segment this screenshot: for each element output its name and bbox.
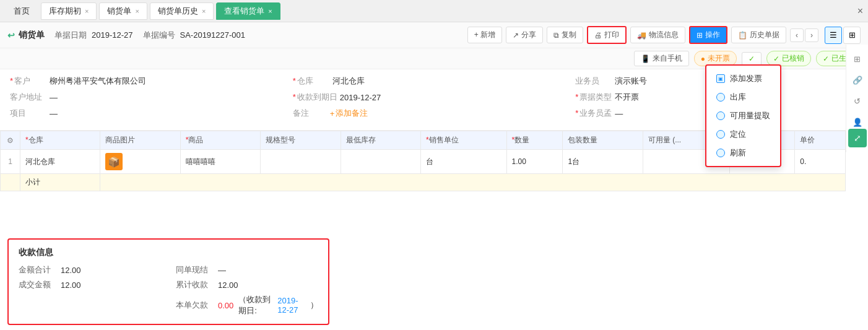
due-note: （收款到期日: (238, 294, 272, 316)
th-warehouse: *仓库 (20, 131, 100, 150)
tab-sales-close[interactable]: × (135, 7, 139, 15)
due-date-field: 收款到期日 2019-12-27 (293, 92, 576, 103)
expand-icon: ⤢ (854, 133, 861, 143)
remark-add-button[interactable]: + 添加备注 (330, 108, 368, 119)
due-date-label: 收款到期日 (293, 92, 337, 103)
customer-field: 客户 柳州粤港平安气体有限公司 (10, 76, 293, 87)
row-warehouse: 河北仓库 (20, 150, 100, 174)
remark-field: 备注 + 添加备注 (293, 108, 576, 119)
tab-inventory[interactable]: 库存期初 × (41, 2, 97, 20)
locate-icon (716, 130, 725, 139)
tab-inventory-close[interactable]: × (85, 7, 89, 15)
view-buttons: ☰ ⊞ (825, 27, 861, 44)
due-end: ） (310, 300, 318, 311)
check-icon: ✓ (749, 54, 755, 63)
th-settings[interactable]: ⚙ (1, 131, 20, 150)
sidebar-icon-expand[interactable]: ⤢ (848, 129, 867, 147)
dropdown-item-refresh[interactable]: 刷新 (706, 144, 780, 162)
tab-home[interactable]: 首页 (5, 2, 38, 20)
outbound-label: 出库 (730, 92, 746, 103)
th-image: 商品图片 (100, 131, 180, 150)
tab-bar-close-icon[interactable]: × (857, 6, 863, 17)
tab-view-sales-close[interactable]: × (268, 7, 272, 15)
confirmed-check-icon: ✓ (773, 54, 779, 63)
row-product: 嘻嘻嘻嘻 (180, 150, 260, 174)
row-min-stock (341, 150, 420, 174)
warehouse-field: 仓库 河北仓库 (293, 76, 576, 87)
new-button[interactable]: + 新增 (467, 27, 502, 43)
total-value: 12.00 (61, 266, 81, 275)
check-button[interactable]: ✓ (742, 52, 762, 66)
sidebar-icon-3[interactable]: ↺ (848, 92, 867, 110)
dropdown-item-available[interactable]: 可用量提取 (706, 106, 780, 125)
dropdown-item-invoice[interactable]: ▣ 添加发票 (706, 69, 780, 88)
tab-inventory-label: 库存期初 (49, 6, 81, 17)
tab-bar: 首页 库存期初 × 销货单 × 销货单历史 × 查看销货单 × × (0, 0, 868, 22)
staff-label: 业务员 (575, 76, 612, 87)
home-label: 首页 (14, 6, 30, 17)
tab-sales-history[interactable]: 销货单历史 × (150, 2, 214, 20)
payment-total: 金额合计 12.00 (19, 264, 161, 276)
sidebar-icon-1[interactable]: ⊞ (848, 50, 867, 68)
deal-label: 成交金额 (19, 279, 56, 290)
total-label: 金额合计 (19, 264, 56, 276)
share-button[interactable]: ↗ 分享 (506, 27, 543, 43)
warehouse-value: 河北仓库 (332, 76, 365, 87)
operate-button[interactable]: ⊞ 操作 (689, 26, 727, 44)
payment-cumulative: 累计收款 12.00 (176, 279, 318, 290)
print-icon: 🖨 (594, 31, 602, 40)
refresh-label: 刷新 (730, 147, 746, 158)
salesman-value: — (615, 109, 623, 118)
view-list-button[interactable]: ☰ (825, 27, 842, 44)
ticket-value: 不开票 (615, 92, 639, 103)
tab-sales[interactable]: 销货单 × (99, 2, 147, 20)
logistics-button[interactable]: 🚚 物流信息 (630, 27, 685, 43)
th-quantity: *数量 (506, 131, 563, 150)
salesman-label: 业务员孟 (575, 108, 612, 119)
doc-title-text: 销货单 (19, 30, 45, 41)
tab-view-sales[interactable]: 查看销货单 × (216, 2, 280, 20)
view-grid-button[interactable]: ⊞ (843, 27, 861, 44)
refresh-icon (716, 149, 725, 157)
project-value: — (50, 109, 58, 118)
row-model (261, 150, 341, 174)
dropdown-item-locate[interactable]: 定位 (706, 125, 780, 144)
customer-label: 客户 (10, 76, 47, 87)
next-arrow[interactable]: › (805, 28, 818, 42)
share-icon: ↗ (513, 31, 519, 40)
payment-same-order: 同单现结 — (176, 264, 318, 276)
sidebar-icon-4-glyph: 👤 (853, 118, 862, 127)
invoice-label: 添加发票 (730, 73, 762, 84)
print-button[interactable]: 🖨 打印 (587, 26, 627, 44)
ticket-label: 票据类型 (575, 92, 612, 103)
doc-title-icon: ↩ (7, 30, 15, 40)
sidebar-icon-3-glyph: ↺ (854, 97, 861, 106)
prev-arrow[interactable]: ‹ (790, 28, 804, 42)
right-sidebar: ⊞ 🔗 ↺ 👤 ⊟ ⤢ (846, 45, 868, 152)
row-price: 0. (795, 150, 846, 174)
payment-title: 收款信息 (19, 247, 318, 258)
sidebar-icon-1-glyph: ⊞ (854, 54, 861, 64)
dropdown-item-outbound[interactable]: 出库 (706, 88, 780, 106)
payment-deal: 成交金额 12.00 (19, 279, 161, 290)
subtotal-text: 小计 (20, 174, 100, 191)
due-date: 2019-12-27 (277, 296, 305, 315)
copy-button[interactable]: ⧉ 复制 (547, 27, 583, 43)
tab-sales-history-close[interactable]: × (202, 7, 206, 15)
invoice-icon: ▣ (716, 74, 725, 83)
history-icon: 📋 (738, 31, 747, 40)
remark-label: 备注 (293, 108, 330, 119)
row-unit: 台 (420, 150, 506, 174)
due-label: 本单欠款 (176, 300, 213, 311)
logistics-icon: 🚚 (637, 31, 646, 40)
doc-meta: 单据日期 2019-12-27 单据编号 SA-20191227-001 (54, 30, 245, 41)
from-phone-button[interactable]: 📱 来自手机 (634, 51, 689, 66)
same-order-label: 同单现结 (176, 264, 213, 276)
sidebar-icon-2[interactable]: 🔗 (848, 71, 867, 89)
payment-due-spacer (19, 294, 161, 316)
dot-icon: ● (701, 54, 705, 63)
nav-arrows: ‹ › (790, 28, 818, 42)
history-button[interactable]: 📋 历史单据 (731, 27, 786, 43)
cumulative-value: 12.00 (218, 280, 238, 290)
tab-sales-history-label: 销货单历史 (158, 6, 198, 17)
